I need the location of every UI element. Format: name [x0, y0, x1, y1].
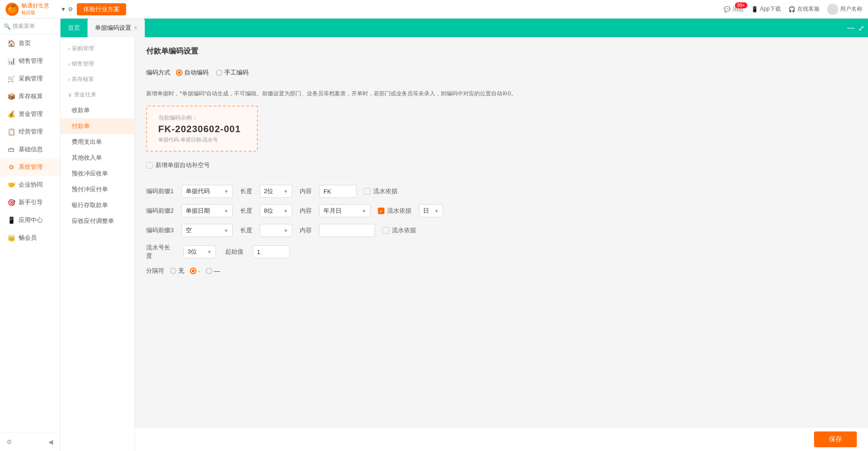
sidebar-item-label-enterprise: 企业协同 [19, 181, 43, 189]
sidebar-item-system[interactable]: ⚙ 系统管理 [0, 158, 60, 176]
sep-none-circle [170, 268, 176, 274]
sub-menu-advance-receivable[interactable]: 预收冲应收单 [61, 166, 135, 182]
sidebar-bottom: ⚙ ◀ [0, 432, 60, 451]
prefix2-serial-checkbox[interactable]: ✓ [378, 208, 384, 214]
main-content-wrapper: 付款单编码设置 编码方式 自动编码 手工编码 [135, 37, 868, 451]
sub-menu-capital[interactable]: ∨ 资金往来 [61, 87, 135, 102]
app-download-button[interactable]: 📱 App下载 [751, 5, 781, 13]
sidebar-item-guide[interactable]: 🎯 新手引导 [0, 194, 60, 211]
right-panel: › 采购管理 › 销售管理 › 库存核算 ∨ 资金往来 收款单 [61, 37, 868, 451]
radio-manual-circle [216, 69, 222, 76]
tab-maximize-icon[interactable]: ⤢ [858, 24, 864, 33]
settings-bottom-icon[interactable]: ⚙ [4, 436, 15, 447]
sub-menu-payment[interactable]: 付款单 [61, 118, 135, 134]
industry-button[interactable]: 体验行业方案 [77, 3, 126, 15]
sidebar-item-finance[interactable]: 💰 资金管理 [0, 105, 60, 123]
bottom-bar: 保存 [135, 427, 868, 451]
prefix1-length-label: 长度 [240, 187, 252, 195]
code-preview-sub: 单据代码-单据日期-流水号 [158, 136, 246, 143]
sidebar-item-basic[interactable]: 🗃 基础信息 [0, 141, 60, 158]
sep-none-radio[interactable]: 无 [170, 267, 184, 275]
prefix2-content-select[interactable]: 年月日 ▼ [319, 204, 370, 217]
sep-dot-circle [190, 268, 196, 274]
sidebar-item-purchase[interactable]: 🛒 采购管理 [0, 70, 60, 88]
prefix1-serial-label: 流水依据 [373, 187, 397, 195]
radio-auto[interactable]: 自动编码 [176, 68, 209, 77]
topbar-right: 💬 消息 99+ 📱 App下载 🎧 在线客服 用户名称 [724, 4, 862, 15]
auto-fill-checkbox[interactable] [146, 162, 153, 168]
tab-close-icon[interactable]: × [134, 25, 137, 31]
prefix2-select[interactable]: 单据日期 ▼ [182, 204, 233, 217]
message-icon: 💬 [724, 6, 731, 13]
message-button[interactable]: 💬 消息 99+ [724, 5, 744, 13]
sub-menu-inventory[interactable]: › 库存核算 [61, 72, 135, 87]
sub-menu-bank[interactable]: 银行存取款单 [61, 197, 135, 213]
finance-icon: 💰 [7, 110, 15, 118]
basic-icon: 🗃 [7, 146, 15, 153]
content-area: 首页 单据编码设置 × — ⤢ › 采购管理 › 销售管理 [61, 19, 868, 451]
info-text: 新增单据时，*单据编码*自动生成，不可编辑。前缀设置为部门、业务员等档案类，开单… [146, 89, 857, 98]
sidebar-item-sales[interactable]: 📊 销售管理 [0, 52, 60, 70]
message-badge: 99+ [735, 2, 747, 8]
collapse-icon[interactable]: ◀ [45, 436, 56, 447]
start-value-input[interactable]: 1 [253, 245, 290, 258]
sub-menu-expense[interactable]: 费用支出单 [61, 134, 135, 150]
sub-menu-advance-payable[interactable]: 预付冲应付单 [61, 182, 135, 197]
save-button[interactable]: 保存 [814, 431, 857, 447]
tab-minimize-icon[interactable]: — [847, 24, 855, 32]
auto-fill-row: 新增单据自动补空号 [146, 161, 857, 169]
user-profile[interactable]: 用户名称 [827, 4, 862, 15]
sep-dash-label: — [214, 268, 220, 275]
code-preview-value: FK-20230602-001 [158, 124, 246, 135]
sidebar-item-operations[interactable]: 📋 经营管理 [0, 123, 60, 141]
radio-manual[interactable]: 手工编码 [216, 68, 249, 77]
tab-settings[interactable]: 单据编码设置 × [87, 19, 145, 37]
service-button[interactable]: 🎧 在线客服 [788, 5, 820, 13]
prefix2-day-select[interactable]: 日 ▼ [419, 204, 443, 217]
sidebar-search[interactable]: 🔍 搜索菜单 [0, 19, 60, 34]
sep-dot-radio[interactable]: · [190, 268, 200, 275]
sub-menu-adjustment[interactable]: 应收应付调整单 [61, 213, 135, 229]
system-icon: ⚙ [7, 163, 15, 171]
sidebar-item-home[interactable]: 🏠 首页 [0, 34, 60, 52]
sub-menu-inventory-label: 库存核算 [72, 75, 94, 83]
service-label: 在线客服 [797, 5, 820, 13]
sidebar-item-enterprise[interactable]: 🤝 企业协同 [0, 176, 60, 194]
sep-dash-radio[interactable]: — [206, 268, 220, 275]
chevron-purchase: › [68, 46, 70, 52]
prefix2-content-label: 内容 [300, 207, 312, 215]
prefix1-serial-checkbox[interactable] [364, 188, 370, 195]
sidebar-item-inventory[interactable]: 📦 库存核算 [0, 88, 60, 105]
prefix1-select[interactable]: 单据代码 ▼ [182, 185, 233, 198]
prefix2-length-select[interactable]: 8位 ▼ [260, 204, 292, 217]
purchase-icon: 🛒 [7, 75, 15, 82]
sub-menu-purchase[interactable]: › 采购管理 [61, 41, 135, 56]
sep-dot-label: · [198, 268, 200, 275]
sub-menu-receipt[interactable]: 收款单 [61, 102, 135, 118]
sidebar-item-label-sales: 销售管理 [19, 57, 43, 65]
prefix3-length-label: 长度 [240, 226, 252, 235]
code-preview-label: 当前编码示例： [158, 114, 246, 122]
member-icon: 👑 [7, 234, 15, 242]
sidebar-item-member[interactable]: 👑 畅会员 [0, 229, 60, 247]
nav-dropdown[interactable]: ▼ [61, 6, 66, 13]
sidebar-item-apps[interactable]: 📱 应用中心 [0, 211, 60, 229]
sidebar-item-label-basic: 基础信息 [19, 145, 43, 154]
tab-home[interactable]: 首页 [61, 19, 87, 37]
prefix3-content-input[interactable] [319, 224, 375, 237]
logo-sub: 标品版 [21, 9, 49, 16]
prefix2-serial-row: ✓ 流水依据 [378, 207, 411, 215]
prefix3-length-select[interactable]: ▼ [260, 224, 292, 237]
serial-row: 流水号长度 3位 ▼ 起始值 1 [146, 243, 857, 260]
prefix3-serial-checkbox[interactable] [383, 227, 389, 234]
sub-menu-sales[interactable]: › 销售管理 [61, 56, 135, 72]
nav-settings-icon[interactable]: ⚙ [68, 6, 73, 13]
prefix2-arrow: ▼ [224, 209, 229, 214]
enterprise-icon: 🤝 [7, 181, 15, 188]
sub-menu-purchase-label: 采购管理 [72, 45, 94, 53]
sub-sidebar: › 采购管理 › 销售管理 › 库存核算 ∨ 资金往来 收款单 [61, 37, 135, 451]
prefix3-select[interactable]: 空 ▼ [182, 224, 233, 237]
serial-length-select[interactable]: 3位 ▼ [183, 245, 216, 258]
prefix1-length-select[interactable]: 2位 ▼ [260, 185, 292, 198]
sub-menu-other-income[interactable]: 其他收入单 [61, 150, 135, 166]
